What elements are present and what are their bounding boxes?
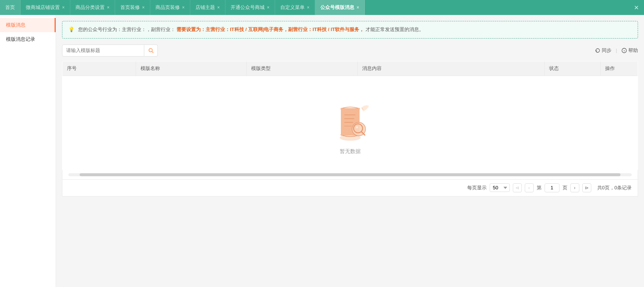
sync-label: 同步: [602, 47, 611, 54]
notice-suffix: 才能正常发送预置的消息。: [366, 27, 424, 32]
sidebar: 模版消息模版消息记录: [0, 15, 56, 287]
col-header-action: 操作: [601, 61, 638, 76]
tab-open-mall[interactable]: 开通公众号商城×: [225, 0, 275, 15]
help-icon: ?: [622, 48, 627, 53]
tab-custom-menu[interactable]: 自定义菜单×: [275, 0, 315, 15]
help-button[interactable]: ? 帮助: [622, 47, 638, 54]
col-header-name: 模版名称: [136, 61, 247, 76]
tab-close-shop-theme[interactable]: ×: [217, 5, 220, 10]
notice-box: 💡 您的公众号行业为：主营行业：，副营行业： 需要设置为：主营行业：IT科技 /…: [62, 21, 638, 39]
search-button[interactable]: [144, 45, 158, 57]
scroll-track[interactable]: [68, 173, 632, 176]
tab-close-custom-menu[interactable]: ×: [307, 5, 309, 10]
sync-icon: [595, 48, 600, 53]
content-area: 💡 您的公众号行业为：主营行业：，副营行业： 需要设置为：主营行业：IT科技 /…: [56, 15, 644, 287]
scroll-bar-wrapper: [62, 170, 638, 180]
sync-button[interactable]: 同步: [595, 47, 611, 54]
tab-template-msg[interactable]: 公众号模版消息×: [315, 0, 365, 15]
first-page-button[interactable]: ⊲: [513, 183, 522, 192]
per-page-label: 每页显示: [467, 184, 487, 191]
total-text: 共0页，0条记录: [597, 184, 632, 191]
pagination: 每页显示 50 20 100 ⊲ ‹ 第 页 › ⊳ 共0页，0条记录: [62, 180, 638, 196]
col-header-type: 模版类型: [247, 61, 358, 76]
empty-state: 暂无数据: [62, 76, 638, 170]
help-label: 帮助: [628, 47, 638, 54]
tab-bar-close-button[interactable]: ✕: [629, 0, 644, 15]
svg-line-1: [152, 51, 153, 53]
toolbar-right: 同步 | ? 帮助: [595, 47, 638, 54]
svg-point-12: [356, 126, 358, 128]
prev-page-button[interactable]: ‹: [525, 183, 534, 192]
tab-shop-theme[interactable]: 店铺主题×: [190, 0, 225, 15]
svg-text:?: ?: [623, 49, 625, 53]
empty-text: 暂无数据: [62, 148, 638, 155]
next-page-button[interactable]: ›: [570, 183, 579, 192]
notice-icon: 💡: [68, 27, 74, 32]
tab-close-shop-settings[interactable]: ×: [62, 5, 65, 10]
tab-close-open-mall[interactable]: ×: [267, 5, 269, 10]
search-input[interactable]: [62, 45, 144, 57]
notice-highlight: 需要设置为：主营行业：IT科技 / 互联网|电子商务，副营行业：IT科技 / I…: [176, 27, 364, 32]
tab-close-home-decoration[interactable]: ×: [142, 5, 145, 10]
tab-bar: 首页微商城店铺设置×商品分类设置×首页装修×商品页装修×店铺主题×开通公众号商城…: [0, 0, 644, 15]
page-label: 第: [537, 184, 542, 191]
sidebar-item-template-msg[interactable]: 模版消息: [0, 18, 56, 32]
main-layout: 模版消息模版消息记录 💡 您的公众号行业为：主营行业：，副营行业： 需要设置为：…: [0, 15, 644, 287]
tab-close-category-settings[interactable]: ×: [107, 5, 110, 10]
tab-shop-settings[interactable]: 微商城店铺设置×: [21, 0, 70, 15]
page-suffix: 页: [563, 184, 567, 191]
toolbar-divider: |: [616, 48, 617, 53]
col-header-index: 序号: [62, 61, 136, 76]
per-page-select[interactable]: 50 20 100: [490, 183, 510, 192]
empty-illustration: [326, 98, 375, 147]
scroll-thumb[interactable]: [80, 173, 620, 176]
tab-home-decoration[interactable]: 首页装修×: [115, 0, 150, 15]
page-input[interactable]: [545, 183, 560, 192]
search-bar: 同步 | ? 帮助: [62, 45, 638, 57]
notice-prefix: 您的公众号行业为：主营行业：，副营行业：: [78, 27, 175, 32]
tab-product-decoration[interactable]: 商品页装修×: [150, 0, 190, 15]
col-header-content: 消息内容: [358, 61, 545, 76]
search-icon: [148, 48, 154, 53]
sidebar-item-template-msg-record[interactable]: 模版消息记录: [0, 32, 56, 46]
tab-home[interactable]: 首页: [0, 0, 21, 15]
tab-category-settings[interactable]: 商品分类设置×: [70, 0, 115, 15]
col-header-status: 状态: [545, 61, 601, 76]
last-page-button[interactable]: ⊳: [582, 183, 591, 192]
data-table: 序号模版名称模版类型消息内容状态操作: [62, 61, 638, 170]
tab-close-template-msg[interactable]: ×: [357, 5, 359, 10]
tab-close-product-decoration[interactable]: ×: [182, 5, 185, 10]
